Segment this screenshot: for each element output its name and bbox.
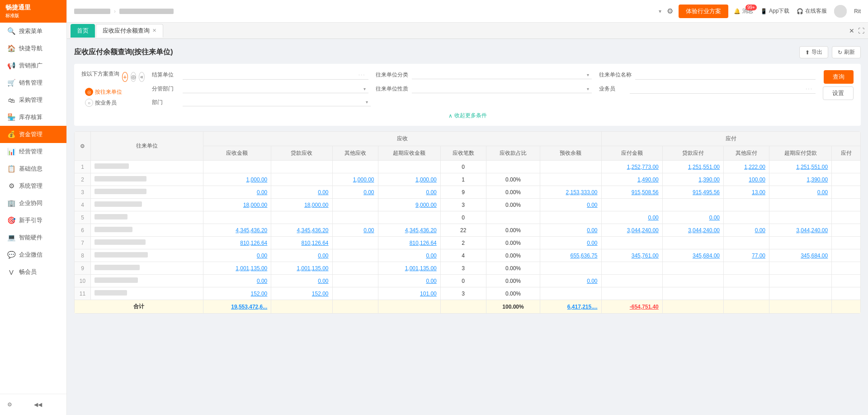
sidebar-item-marketing[interactable]: 📢 营销推广 [0, 57, 66, 74]
sidebar-item-guide[interactable]: 🎯 新手引导 [0, 212, 66, 229]
tab-home[interactable]: 首页 [71, 24, 95, 38]
refresh-button[interactable]: ↻ 刷新 [832, 46, 861, 58]
table-cell[interactable]: 0.00 [271, 186, 332, 199]
sidebar-item-base[interactable]: 📋 基础信息 [0, 160, 66, 177]
dropdown-arrow-icon[interactable]: ▾ [659, 8, 661, 14]
table-cell[interactable]: 1,000.00 [378, 173, 440, 186]
settlement-unit-input[interactable]: ··· [183, 70, 368, 80]
table-cell[interactable]: 345,684.00 [662, 249, 723, 262]
sidebar-bottom-settings[interactable]: ⚙ ◀◀ [0, 398, 66, 411]
sidebar-item-operation[interactable]: 📊 经营管理 [0, 143, 66, 160]
table-cell[interactable]: 1,251,551.00 [769, 161, 831, 173]
topbar-online-service[interactable]: 🎧 在线客服 [797, 7, 827, 15]
table-cell[interactable]: 4,345,436.20 [271, 224, 332, 237]
table-cell[interactable]: 1,000.00 [332, 173, 378, 186]
total-ar-prepay[interactable]: 6,417,215.... [540, 300, 601, 314]
export-button[interactable]: ⬆ 导出 [799, 46, 828, 58]
supervise-dept-select[interactable]: ▾ [183, 85, 368, 93]
table-cell[interactable]: 1,390.00 [769, 173, 831, 186]
table-cell[interactable]: 100.00 [724, 173, 769, 186]
sidebar-item-wechat[interactable]: 💬 企业微信 [0, 246, 66, 263]
partner-category-select[interactable]: ▾ [412, 71, 592, 79]
table-cell[interactable]: 0.00 [540, 224, 601, 237]
table-cell[interactable]: 0.00 [203, 249, 271, 262]
sidebar-item-finance[interactable]: 💰 资金管理 [0, 126, 66, 143]
table-cell[interactable]: 3,044,240.00 [601, 224, 662, 237]
filter-scheme-by-salesperson[interactable]: ○ 按业务员 [85, 99, 145, 107]
table-cell[interactable]: 655,636.75 [540, 249, 601, 262]
collapse-more-button[interactable]: ∧ 收起更多条件 [81, 112, 854, 119]
sidebar-item-hardware[interactable]: 💻 智能硬件 [0, 229, 66, 246]
sidebar-item-search[interactable]: 🔍 搜索菜单 [0, 23, 66, 40]
table-cell[interactable]: 0.00 [540, 275, 601, 287]
table-cell[interactable]: 0.00 [378, 249, 440, 262]
table-cell[interactable]: 810,126.64 [203, 237, 271, 249]
table-cell[interactable]: 18,000.00 [271, 199, 332, 211]
table-cell[interactable]: 1,001,135.00 [378, 262, 440, 275]
table-cell[interactable]: 345,684.00 [769, 249, 831, 262]
table-cell[interactable]: 3,044,240.00 [769, 224, 831, 237]
table-cell[interactable]: 9,000.00 [378, 199, 440, 211]
table-cell[interactable]: 0.00 [378, 186, 440, 199]
settlement-unit-dots-icon[interactable]: ··· [359, 72, 366, 78]
query-button[interactable]: 查询 [824, 70, 854, 84]
table-cell[interactable]: 0.00 [203, 275, 271, 287]
partner-name-input[interactable] [635, 70, 816, 80]
total-ap-amount[interactable]: -654,751.40 [601, 300, 662, 314]
table-cell[interactable]: 2,153,333.00 [540, 186, 601, 199]
table-cell[interactable]: 0.00 [378, 275, 440, 287]
table-cell[interactable]: 13.00 [724, 186, 769, 199]
filter-collapse-button[interactable]: « [139, 72, 145, 82]
table-cell[interactable]: 345,761.00 [601, 249, 662, 262]
table-cell[interactable]: 915,495.56 [662, 186, 723, 199]
table-cell[interactable]: 1,000.00 [203, 173, 271, 186]
table-cell[interactable]: 152.00 [203, 287, 271, 300]
table-cell[interactable]: 0.00 [769, 186, 831, 199]
table-cell[interactable]: 1,252,773.00 [601, 161, 662, 173]
sidebar-item-member[interactable]: V 畅会员 [0, 263, 66, 281]
table-cell[interactable]: 0.00 [662, 211, 723, 224]
table-cell[interactable]: 77.00 [724, 249, 769, 262]
sidebar-item-sales[interactable]: 🛒 销售管理 [0, 74, 66, 91]
table-cell[interactable]: 0.00 [271, 275, 332, 287]
salesperson-dots-icon[interactable]: ··· [806, 86, 813, 92]
total-ar-amount[interactable]: 19,553,472,6... [203, 300, 271, 314]
sidebar-item-system[interactable]: ⚙ 系统管理 [0, 177, 66, 195]
table-cell[interactable]: 1,251,551.00 [662, 161, 723, 173]
table-cell[interactable]: 3,044,240.00 [662, 224, 723, 237]
table-cell[interactable]: 0.00 [601, 211, 662, 224]
table-cell[interactable]: 0.00 [724, 224, 769, 237]
sidebar-item-purchase[interactable]: 🛍 采购管理 [0, 91, 66, 109]
table-cell[interactable]: 810,126.64 [378, 237, 440, 249]
sidebar-item-inventory[interactable]: 🏪 库存核算 [0, 109, 66, 126]
setting-button[interactable]: 设置 [823, 86, 854, 100]
topbar-app-download[interactable]: 📱 App下载 [760, 7, 789, 15]
tab-close-all-icon[interactable]: ✕ [849, 27, 854, 34]
salesperson-select[interactable]: ··· [630, 84, 816, 94]
topbar-avatar[interactable] [834, 5, 847, 18]
sidebar-item-corp[interactable]: 🏢 企业协同 [0, 195, 66, 212]
table-cell[interactable]: 0.00 [540, 237, 601, 249]
table-cell[interactable]: 0.00 [332, 224, 378, 237]
table-cell[interactable]: 1,490.00 [601, 173, 662, 186]
filter-add-button[interactable]: + [122, 72, 128, 82]
table-settings-icon[interactable]: ⚙ [80, 143, 85, 149]
tab-ar-ap[interactable]: 应收应付余额查询 ✕ [96, 24, 163, 38]
table-cell[interactable]: 0.00 [540, 199, 601, 211]
sidebar-item-quicknav[interactable]: 🏠 快捷导航 [0, 40, 66, 57]
table-cell[interactable]: 101.00 [378, 287, 440, 300]
partner-nature-select[interactable]: ▾ [412, 85, 592, 93]
table-cell[interactable]: 810,126.64 [271, 237, 332, 249]
table-cell[interactable]: 1,001,135.00 [271, 262, 332, 275]
tab-close-icon[interactable]: ✕ [152, 28, 156, 33]
filter-scheme-by-partner[interactable]: ◎ 按往来单位 [85, 88, 145, 96]
table-cell[interactable]: 4,345,436.20 [203, 224, 271, 237]
table-cell[interactable]: 0.00 [271, 249, 332, 262]
department-select[interactable]: ▾ [183, 98, 371, 106]
table-cell[interactable]: 0.00 [203, 186, 271, 199]
tab-expand-icon[interactable]: ⛶ [858, 27, 864, 34]
topbar-username[interactable]: Rit [854, 8, 861, 14]
table-cell[interactable]: 0.00 [332, 186, 378, 199]
solution-button[interactable]: 体验行业方案 [679, 5, 728, 18]
table-cell[interactable]: 18,000.00 [203, 199, 271, 211]
